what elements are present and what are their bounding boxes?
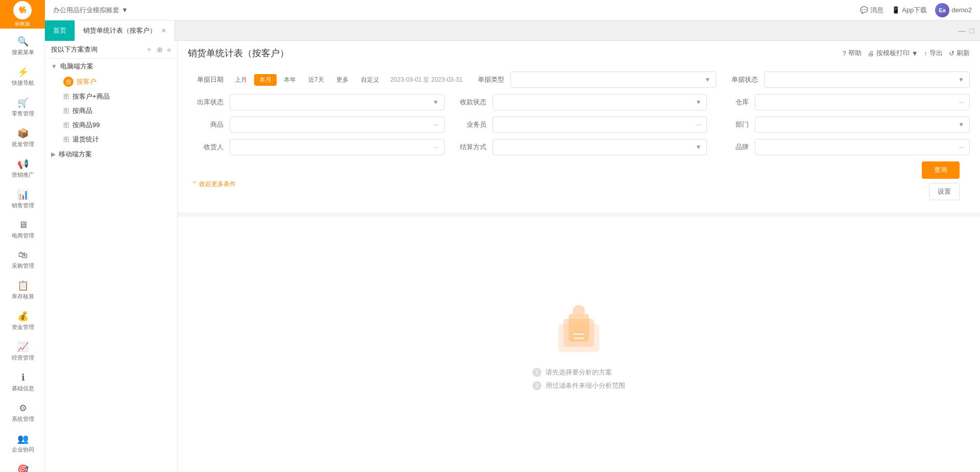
sidebar-icon-5: 📊 [17,189,29,200]
current-month-btn[interactable]: 本月 [254,74,277,86]
sidebar-icon-3: 📦 [17,128,29,139]
sidebar-item-5[interactable]: 📊销售管理 [0,184,44,215]
sidebar-icon-14: 🎯 [17,464,29,472]
status-control[interactable]: ▼ [764,72,970,88]
sidebar-item-10[interactable]: 📈经营管理 [0,336,44,367]
scheme-icon-4: 图 [63,135,69,144]
tab-home[interactable]: 首页 [45,20,75,41]
export-button[interactable]: ↑ 导出 [924,49,943,58]
tree-item-product-99[interactable]: 图 按商品99 [59,118,177,132]
sidebar-label-13: 企业协同 [12,446,34,454]
tree-item-return-stats[interactable]: 图 退货统计 [59,132,177,147]
sidebar-item-3[interactable]: 📦批发管理 [0,123,44,153]
empty-steps: 1 请先选择要分析的方案 2 用过滤条件来缩小分析范围 [532,368,625,390]
header-right: 💬 消息 📱 App下载 Ea demo2 [860,3,972,17]
tree-node-mobile[interactable]: ▶ 移动端方案 [45,147,177,162]
app-name-dropdown[interactable]: 办公用品行业模拟账套 ▼ [53,6,128,15]
tree-item-product-99-label: 按商品99 [72,121,100,130]
status-label: 单据状态 [722,75,758,84]
brand-control[interactable]: ··· [755,139,970,155]
settings-scheme-icon[interactable]: ⊕ [157,45,163,54]
brand-label: 品牌 [713,143,749,152]
tree-item-customer-product[interactable]: 图 按客户+商品 [59,89,177,104]
sidebar-icon-12: ⚙ [19,403,27,414]
tab-bar: 首页 销货单统计表（按客户） ✕ — □ [45,20,980,41]
tree-expand-icon: ▼ [51,63,57,70]
help-button[interactable]: ? 帮助 [842,49,861,58]
sidebar-item-0[interactable]: 🔍搜索菜单 [0,31,44,61]
app-download-button[interactable]: 📱 App下载 [892,6,927,15]
filter-row-3: 收货人 ··· 结算方式 ▼ 品牌 ··· [188,139,970,155]
tree-item-by-product[interactable]: 图 按商品 [59,104,177,118]
collapse-button[interactable]: ⌃ 收起更多条件 [188,176,240,193]
type-control[interactable]: ▼ [510,72,716,88]
type-label: 单据类型 [469,75,504,84]
sidebar-label-5: 销售管理 [12,202,34,209]
tab-close-icon[interactable]: ✕ [161,27,166,34]
tree-item-by-customer[interactable]: 按 按客户 [59,74,177,89]
receiver-control[interactable]: ··· [230,139,445,155]
tab-sales-stats-label: 销货单统计表（按客户） [83,26,156,35]
collapse-panel-icon[interactable]: « [167,45,171,54]
tree-item-by-customer-label: 按客户 [77,77,96,86]
sidebar-item-11[interactable]: ℹ基础信息 [0,367,44,397]
active-node-badge: 按 [63,77,74,87]
last-month-btn[interactable]: 上月 [230,74,252,86]
payment-status-control[interactable]: ▼ [493,94,707,110]
last-7days-btn[interactable]: 近7天 [303,74,329,86]
panel-title: 按以下方案查询 [51,45,142,54]
user-profile[interactable]: Ea demo2 [935,3,972,17]
action-buttons: 查询 设置 [912,161,970,206]
left-panel: 按以下方案查询 ＋ ⊕ « ▼ 电脑端方案 按 按客户 图 按客户+ [45,41,178,472]
sidebar-item-13[interactable]: 👥企业协同 [0,428,44,459]
tab-sales-stats[interactable]: 销货单统计表（按客户） ✕ [75,20,175,41]
print-label: 按模板打印 [876,49,910,58]
query-button[interactable]: 查询 [922,161,960,179]
sidebar-item-6[interactable]: 🖥电商管理 [0,215,44,245]
step-num-2: 2 [532,381,542,390]
warehouse-control[interactable]: ··· [755,94,970,110]
sidebar-item-8[interactable]: 📋库存核算 [0,275,44,305]
tree-node-desktop[interactable]: ▼ 电脑端方案 [45,59,177,74]
logo[interactable]: 畅 标账版 [0,0,45,29]
product-control[interactable]: ··· [230,116,445,133]
maximize-icon[interactable]: □ [970,27,974,35]
tab-actions: — □ [959,27,980,35]
sidebar-item-4[interactable]: 📢营销推广 [0,153,44,184]
user-name: demo2 [951,6,972,14]
department-control[interactable]: ▼ [755,116,970,133]
minimize-icon[interactable]: — [959,27,966,35]
product-dots: ··· [434,121,439,128]
status-dropdown-arrow: ▼ [958,76,964,83]
salesperson-control[interactable]: ··· [493,116,707,133]
message-label: 消息 [870,6,884,15]
payment-method-control[interactable]: ▼ [493,139,707,155]
app-download-label: App下载 [902,6,927,15]
page-title-row: 销货单统计表（按客户） ? 帮助 🖨 按模板打印 ▼ ↑ [178,41,980,59]
custom-date-btn[interactable]: 自定义 [356,74,384,86]
filter-section: 销货单统计表（按客户） ? 帮助 🖨 按模板打印 ▼ ↑ [178,41,980,213]
sidebar-item-2[interactable]: 🛒零售管理 [0,92,44,123]
current-year-btn[interactable]: 本年 [279,74,301,86]
tree-desktop-children: 按 按客户 图 按客户+商品 图 按商品 图 按商品99 图 退货统计 [45,74,177,147]
refresh-button[interactable]: ↺ 刷新 [949,49,970,58]
print-template-button[interactable]: 🖨 按模板打印 ▼ [868,49,918,58]
sidebar-icon-6: 🖥 [18,220,28,230]
sidebar-icon-1: ⚡ [17,66,29,78]
sidebar-item-12[interactable]: ⚙系统管理 [0,397,44,428]
sidebar: 畅 标账版 🔍搜索菜单⚡快捷导航🛒零售管理📦批发管理📢营销推广📊销售管理🖥电商管… [0,0,45,472]
warehouse-dots: ··· [959,99,964,106]
salesperson-label: 业务员 [451,120,486,129]
add-scheme-icon[interactable]: ＋ [145,45,153,54]
sidebar-item-1[interactable]: ⚡快捷导航 [0,61,44,92]
sidebar-item-7[interactable]: 🛍采购管理 [0,245,44,275]
more-date-btn[interactable]: 更多 [331,74,354,86]
sidebar-item-9[interactable]: 💰资金管理 [0,305,44,336]
message-button[interactable]: 💬 消息 [860,6,884,15]
type-dropdown-arrow: ▼ [704,76,710,83]
out-status-control[interactable]: ▼ [230,94,445,110]
sidebar-icon-9: 💰 [17,311,29,322]
settings-button[interactable]: 设置 [929,183,960,200]
sidebar-item-14[interactable]: 🎯新手引导 [0,459,44,472]
type-status-row: 单据类型 ▼ 单据状态 ▼ [469,72,970,88]
